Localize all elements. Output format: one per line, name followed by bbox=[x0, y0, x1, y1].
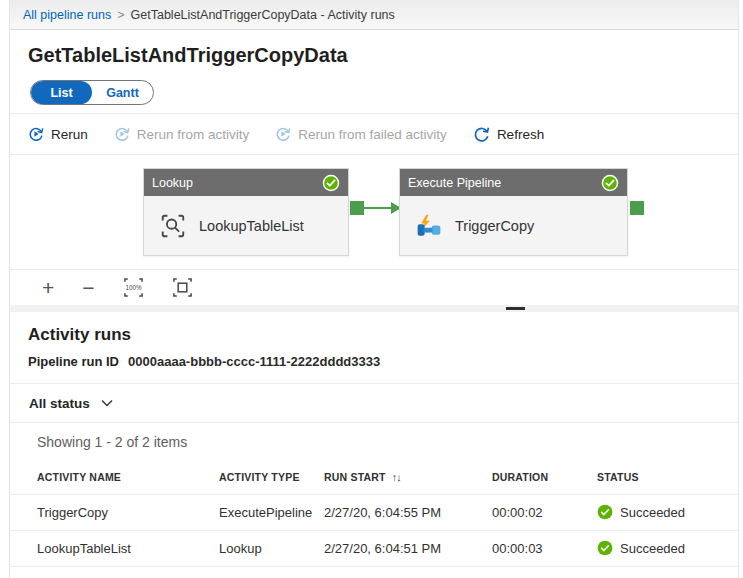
cell-duration: 00:00:03 bbox=[492, 530, 597, 566]
zoom-100-icon: 100% bbox=[123, 277, 144, 298]
col-header-status: STATUS bbox=[597, 460, 738, 494]
svg-text:100%: 100% bbox=[125, 284, 142, 291]
breadcrumb-link-all-pipeline-runs[interactable]: All pipeline runs bbox=[23, 8, 111, 22]
pipeline-diagram-canvas[interactable]: Lookup bbox=[10, 155, 738, 269]
breadcrumb-current: GetTableListAndTriggerCopyData - Activit… bbox=[131, 8, 395, 22]
rerun-button[interactable]: Rerun bbox=[28, 126, 88, 142]
minus-icon: − bbox=[82, 277, 94, 298]
status-filter-label: All status bbox=[29, 396, 90, 411]
rerun-from-failed-activity-label: Rerun from failed activity bbox=[298, 127, 447, 142]
succeeded-check-icon bbox=[322, 174, 340, 192]
chevron-down-icon bbox=[101, 399, 113, 407]
rerun-from-activity-label: Rerun from activity bbox=[137, 127, 250, 142]
toggle-list-label: List bbox=[50, 86, 72, 100]
output-port[interactable] bbox=[350, 201, 364, 215]
plus-icon: + bbox=[42, 277, 54, 298]
table-row[interactable]: TriggerCopy ExecutePipeline 2/27/20, 6:0… bbox=[10, 494, 738, 530]
table-header-row: ACTIVITY NAME ACTIVITY TYPE RUN START↑↓ … bbox=[10, 460, 738, 494]
succeeded-check-icon bbox=[601, 174, 619, 192]
execute-pipeline-node-header: Execute Pipeline bbox=[400, 169, 627, 196]
table-row[interactable]: LookupTableList Lookup 2/27/20, 6:04:51 … bbox=[10, 530, 738, 566]
toggle-list[interactable]: List bbox=[31, 81, 92, 104]
view-toggle: List Gantt bbox=[30, 80, 154, 105]
diagram-zoom-controls: + − 100% bbox=[10, 269, 738, 305]
col-header-activity-name: ACTIVITY NAME bbox=[10, 460, 219, 494]
activity-node-execute-pipeline[interactable]: Execute Pipeline Tri bbox=[399, 168, 628, 256]
content-panel: All pipeline runs > GetTableListAndTrigg… bbox=[9, 0, 739, 578]
lookup-scan-icon bbox=[159, 212, 187, 240]
col-header-run-start[interactable]: RUN START↑↓ bbox=[324, 460, 492, 494]
activity-runs-table: ACTIVITY NAME ACTIVITY TYPE RUN START↑↓ … bbox=[10, 460, 738, 567]
pipeline-run-id-value: 0000aaaa-bbbb-cccc-1111-2222dddd3333 bbox=[128, 354, 380, 369]
activity-runs-heading: Activity runs bbox=[28, 325, 738, 345]
cell-run-start: 2/27/20, 6:04:51 PM bbox=[324, 530, 492, 566]
zoom-fit-button[interactable] bbox=[172, 277, 193, 298]
rerun-from-activity-button[interactable]: Rerun from activity bbox=[114, 126, 250, 142]
rerun-from-failed-activity-button[interactable]: Rerun from failed activity bbox=[275, 126, 447, 142]
execute-pipeline-icon bbox=[415, 212, 443, 240]
execute-pipeline-node-body: TriggerCopy bbox=[400, 196, 627, 255]
breadcrumb: All pipeline runs > GetTableListAndTrigg… bbox=[10, 0, 738, 30]
scrollbar-thumb[interactable] bbox=[506, 307, 525, 310]
zoom-100-button[interactable]: 100% bbox=[123, 277, 144, 298]
cell-status: Succeeded bbox=[597, 494, 738, 530]
refresh-label: Refresh bbox=[497, 127, 544, 142]
lookup-node-body: LookupTableList bbox=[144, 196, 348, 255]
execute-pipeline-node-type: Execute Pipeline bbox=[408, 176, 501, 190]
run-start-label: RUN START bbox=[324, 471, 386, 483]
execute-pipeline-node-name: TriggerCopy bbox=[455, 218, 534, 234]
zoom-out-button[interactable]: − bbox=[82, 277, 94, 298]
connector-line bbox=[364, 207, 392, 209]
diagram-horizontal-scrollbar[interactable] bbox=[10, 305, 738, 312]
succeeded-check-icon bbox=[597, 504, 613, 520]
rerun-icon bbox=[28, 126, 44, 142]
activity-node-lookup[interactable]: Lookup bbox=[143, 168, 349, 256]
output-port[interactable] bbox=[630, 201, 644, 215]
pipeline-run-id-row: Pipeline run ID 0000aaaa-bbbb-cccc-1111-… bbox=[28, 354, 738, 369]
rerun-from-activity-icon bbox=[114, 126, 130, 142]
cell-duration: 00:00:02 bbox=[492, 494, 597, 530]
cell-run-start: 2/27/20, 6:04:55 PM bbox=[324, 494, 492, 530]
succeeded-check-icon bbox=[597, 540, 613, 556]
zoom-fit-icon bbox=[172, 277, 193, 298]
cell-status: Succeeded bbox=[597, 530, 738, 566]
lookup-node-name: LookupTableList bbox=[199, 218, 304, 234]
pipeline-run-id-label: Pipeline run ID bbox=[28, 354, 119, 369]
toolbar: Rerun Rerun from activity Rerun from f bbox=[10, 113, 738, 155]
cell-activity-name[interactable]: TriggerCopy bbox=[10, 494, 219, 530]
sort-icon: ↑↓ bbox=[392, 471, 401, 483]
lookup-node-type: Lookup bbox=[152, 176, 193, 190]
cell-activity-type: Lookup bbox=[219, 530, 324, 566]
items-count-text: Showing 1 - 2 of 2 items bbox=[10, 423, 738, 460]
rerun-from-failed-activity-icon bbox=[275, 126, 291, 142]
col-header-activity-type: ACTIVITY TYPE bbox=[219, 460, 324, 494]
cell-activity-type: ExecutePipeline bbox=[219, 494, 324, 530]
toggle-gantt[interactable]: Gantt bbox=[92, 81, 153, 104]
cell-activity-name[interactable]: LookupTableList bbox=[10, 530, 219, 566]
page-title: GetTableListAndTriggerCopyData bbox=[28, 44, 738, 67]
status-filter-dropdown[interactable]: All status bbox=[10, 384, 738, 423]
refresh-icon bbox=[473, 126, 490, 143]
toggle-gantt-label: Gantt bbox=[106, 86, 139, 100]
refresh-button[interactable]: Refresh bbox=[473, 126, 544, 143]
lookup-node-header: Lookup bbox=[144, 169, 348, 196]
status-badge: Succeeded bbox=[620, 505, 685, 520]
zoom-in-button[interactable]: + bbox=[42, 277, 54, 298]
col-header-duration: DURATION bbox=[492, 460, 597, 494]
breadcrumb-separator: > bbox=[117, 8, 124, 22]
activity-runs-page: All pipeline runs > GetTableListAndTrigg… bbox=[0, 0, 743, 578]
rerun-label: Rerun bbox=[51, 127, 88, 142]
status-badge: Succeeded bbox=[620, 541, 685, 556]
